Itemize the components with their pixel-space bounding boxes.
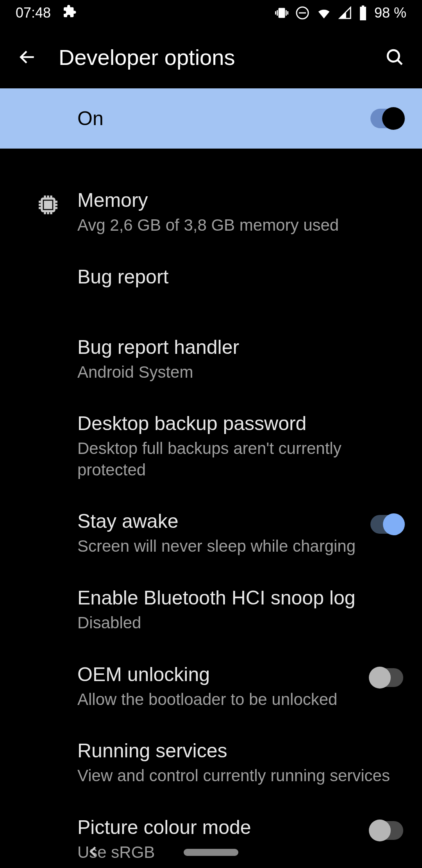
master-toggle-row[interactable]: On <box>0 88 422 149</box>
row-title: Enable Bluetooth HCI snoop log <box>77 585 403 611</box>
row-subtitle: Avg 2,6 GB of 3,8 GB memory used <box>77 215 403 236</box>
row-title: Stay awake <box>77 509 363 534</box>
row-subtitle: Disabled <box>77 612 403 634</box>
row-subtitle: Desktop full backups aren't currently pr… <box>77 438 403 481</box>
row-title: OEM unlocking <box>77 662 363 687</box>
status-bar: 07:48 98 % <box>0 0 422 26</box>
svg-line-4 <box>397 60 402 64</box>
row-subtitle: Screen will never sleep while charging <box>77 536 363 557</box>
row-bluetooth-hci-snoop[interactable]: Enable Bluetooth HCI snoop log Disabled <box>0 585 422 662</box>
row-subtitle: Allow the bootloader to be unlocked <box>77 689 363 710</box>
row-title: Memory <box>77 188 403 213</box>
stay-awake-switch[interactable] <box>370 515 403 534</box>
chip-icon <box>36 192 61 264</box>
navigation-bar <box>0 837 422 868</box>
signal-icon <box>338 6 352 20</box>
dnd-icon <box>295 6 309 20</box>
row-oem-unlocking[interactable]: OEM unlocking Allow the bootloader to be… <box>0 662 422 739</box>
svg-point-3 <box>388 50 399 61</box>
nav-home-pill[interactable] <box>184 849 238 856</box>
row-subtitle: Android System <box>77 362 403 383</box>
master-toggle-label: On <box>77 107 104 130</box>
back-button[interactable] <box>16 45 39 69</box>
search-button[interactable] <box>383 45 406 69</box>
battery-percent: 98 % <box>374 5 406 21</box>
status-time: 07:48 <box>16 5 51 21</box>
vibrate-icon <box>275 6 288 20</box>
row-title: Picture colour mode <box>77 815 363 840</box>
row-stay-awake[interactable]: Stay awake Screen will never sleep while… <box>0 509 422 585</box>
row-title: Bug report <box>77 264 403 290</box>
settings-list: Memory Avg 2,6 GB of 3,8 GB memory used … <box>0 149 422 868</box>
row-title: Desktop backup password <box>77 411 403 436</box>
wifi-icon <box>316 5 331 20</box>
oem-unlocking-switch[interactable] <box>370 668 403 687</box>
row-running-services[interactable]: Running services View and control curren… <box>0 738 422 815</box>
row-title: Bug report handler <box>77 335 403 360</box>
row-desktop-backup-password[interactable]: Desktop backup password Desktop full bac… <box>0 411 422 509</box>
row-title: Running services <box>77 738 403 764</box>
app-bar: Developer options <box>0 26 422 88</box>
nav-back-button[interactable] <box>86 844 101 861</box>
puzzle-icon <box>63 4 77 22</box>
row-subtitle: View and control currently running servi… <box>77 765 403 787</box>
battery-icon <box>359 5 367 20</box>
row-bug-report-handler[interactable]: Bug report handler Android System <box>0 335 422 411</box>
page-title: Developer options <box>59 45 235 70</box>
master-switch[interactable] <box>370 109 403 128</box>
svg-rect-6 <box>45 202 51 208</box>
row-memory[interactable]: Memory Avg 2,6 GB of 3,8 GB memory used <box>0 188 422 264</box>
row-bug-report[interactable]: Bug report <box>0 264 422 335</box>
